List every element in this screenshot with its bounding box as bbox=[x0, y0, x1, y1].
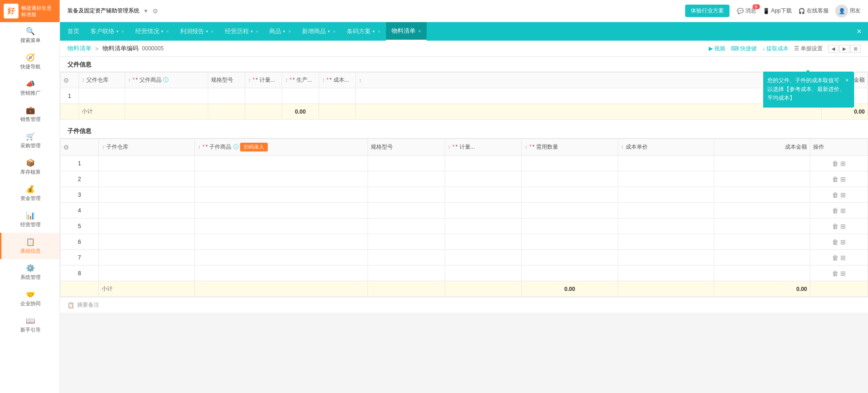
child-unitprice-cell-3[interactable] bbox=[618, 187, 714, 203]
child-product-cell-5[interactable] bbox=[195, 218, 368, 234]
parent-warehouse-cell[interactable] bbox=[79, 88, 125, 104]
child-warehouse-cell-2[interactable] bbox=[99, 171, 195, 187]
sidebar-item-finance[interactable]: 💰 资金管理 bbox=[0, 180, 60, 206]
next-arrow[interactable]: ▶ bbox=[839, 45, 850, 53]
tab-bom[interactable]: 物料清单 × bbox=[386, 22, 427, 41]
child-unitprice-cell-4[interactable] bbox=[618, 203, 714, 218]
message-button[interactable]: 💬 6 消息 bbox=[737, 7, 756, 15]
child-qty-cell-2[interactable] bbox=[522, 171, 618, 187]
child-spec-cell-4[interactable] bbox=[368, 203, 445, 218]
copy-row-icon-1[interactable]: ⊞ bbox=[840, 160, 846, 167]
extract-cost-button[interactable]: ↓ 提取成本 bbox=[762, 45, 789, 53]
child-unit-cell-8[interactable] bbox=[445, 266, 522, 281]
close-tab-bom[interactable]: × bbox=[418, 29, 421, 34]
sidebar-item-marketing[interactable]: 📣 营销推广 bbox=[0, 75, 60, 101]
copy-row-icon-2[interactable]: ⊞ bbox=[840, 175, 846, 183]
child-product-cell-8[interactable] bbox=[195, 266, 368, 281]
copy-row-icon-5[interactable]: ⊞ bbox=[840, 223, 846, 230]
sidebar-item-system[interactable]: ⚙️ 系统管理 bbox=[0, 259, 60, 285]
child-qty-cell-4[interactable] bbox=[522, 203, 618, 218]
delete-row-icon-7[interactable]: 🗑 bbox=[832, 254, 838, 261]
tab-new-goods[interactable]: 新增商品 ▾ × bbox=[296, 22, 341, 41]
child-unit-cell-1[interactable] bbox=[445, 156, 522, 171]
child-warehouse-cell-8[interactable] bbox=[99, 266, 195, 281]
prev-arrow[interactable]: ◀ bbox=[828, 45, 838, 53]
parent-prod-cell[interactable] bbox=[282, 88, 319, 104]
online-service-button[interactable]: 🎧 在线客服 bbox=[798, 7, 829, 15]
tab-home[interactable]: 首页 bbox=[62, 22, 85, 41]
child-product-cell-6[interactable] bbox=[195, 234, 368, 250]
child-spec-cell-8[interactable] bbox=[368, 266, 445, 281]
sidebar-item-purchase[interactable]: 🛒 采购管理 bbox=[0, 127, 60, 154]
child-spec-cell-1[interactable] bbox=[368, 156, 445, 171]
child-spec-cell-7[interactable] bbox=[368, 250, 445, 266]
close-tab-ops-history[interactable]: × bbox=[256, 29, 259, 34]
copy-row-icon-8[interactable]: ⊞ bbox=[840, 270, 846, 277]
child-unitprice-cell-2[interactable] bbox=[618, 171, 714, 187]
child-unit-cell-3[interactable] bbox=[445, 187, 522, 203]
child-unit-cell-7[interactable] bbox=[445, 250, 522, 266]
child-spec-cell-5[interactable] bbox=[368, 218, 445, 234]
sidebar-item-sales[interactable]: 💼 销售管理 bbox=[0, 101, 60, 127]
tab-profit-report[interactable]: 利润报告 ▾ × bbox=[175, 22, 219, 41]
child-unit-cell-2[interactable] bbox=[445, 171, 522, 187]
child-qty-cell-1[interactable] bbox=[522, 156, 618, 171]
app-download-button[interactable]: 📱 App下载 bbox=[763, 7, 792, 15]
child-unit-cell-5[interactable] bbox=[445, 218, 522, 234]
dropdown-arrow-icon[interactable]: ▼ bbox=[143, 8, 149, 14]
tab-operations-status[interactable]: 经营情况 ▾ × bbox=[130, 22, 175, 41]
copy-row-icon-3[interactable]: ⊞ bbox=[840, 191, 846, 199]
tab-goods[interactable]: 商品 ▾ × bbox=[264, 22, 296, 41]
child-unitprice-cell-5[interactable] bbox=[618, 218, 714, 234]
tab-ops-history[interactable]: 经营历程 ▾ × bbox=[219, 22, 264, 41]
tooltip-close-button[interactable]: × bbox=[845, 76, 849, 85]
sidebar-item-inventory[interactable]: 📦 库存核算 bbox=[0, 154, 60, 180]
delete-row-icon-3[interactable]: 🗑 bbox=[832, 191, 838, 199]
close-tab-customer[interactable]: × bbox=[121, 29, 124, 34]
close-tab-ops-status[interactable]: × bbox=[166, 29, 169, 34]
delete-row-icon-2[interactable]: 🗑 bbox=[832, 175, 838, 183]
parent-spec-cell[interactable] bbox=[208, 88, 245, 104]
copy-row-icon-7[interactable]: ⊞ bbox=[840, 254, 846, 261]
child-warehouse-cell-7[interactable] bbox=[99, 250, 195, 266]
child-unitprice-cell-8[interactable] bbox=[618, 266, 714, 281]
close-tab-profit[interactable]: × bbox=[211, 29, 214, 34]
parent-cost-cell[interactable] bbox=[319, 88, 356, 104]
close-tab-goods[interactable]: × bbox=[288, 29, 291, 34]
child-unit-cell-6[interactable] bbox=[445, 234, 522, 250]
delete-row-icon-5[interactable]: 🗑 bbox=[832, 223, 838, 230]
child-product-cell-2[interactable] bbox=[195, 171, 368, 187]
child-warehouse-cell-5[interactable] bbox=[99, 218, 195, 234]
grid-view-icon[interactable]: ⊞ bbox=[850, 45, 861, 53]
copy-row-icon-4[interactable]: ⊞ bbox=[840, 207, 846, 214]
parent-unit-cell[interactable] bbox=[245, 88, 282, 104]
th-child-settings[interactable]: ⚙ bbox=[60, 139, 99, 156]
view-button[interactable]: ▶ 视频 bbox=[709, 45, 725, 53]
child-unitprice-cell-6[interactable] bbox=[618, 234, 714, 250]
close-tab-barcode[interactable]: × bbox=[378, 29, 380, 34]
child-warehouse-cell-6[interactable] bbox=[99, 234, 195, 250]
child-spec-cell-3[interactable] bbox=[368, 187, 445, 203]
child-warehouse-cell-4[interactable] bbox=[99, 203, 195, 218]
parent-product-cell[interactable] bbox=[125, 88, 208, 104]
child-qty-cell-8[interactable] bbox=[522, 266, 618, 281]
th-parent-settings[interactable]: ⚙ bbox=[60, 73, 79, 88]
close-tab-new-goods[interactable]: × bbox=[333, 29, 336, 34]
child-unitprice-cell-7[interactable] bbox=[618, 250, 714, 266]
delete-row-icon-4[interactable]: 🗑 bbox=[832, 207, 838, 214]
tab-customer[interactable]: 客户联络 ▾ × bbox=[85, 22, 130, 41]
settings-icon[interactable]: ⚙ bbox=[152, 7, 158, 15]
child-spec-cell-2[interactable] bbox=[368, 171, 445, 187]
child-warehouse-cell-3[interactable] bbox=[99, 187, 195, 203]
tab-barcode[interactable]: 条码方案 ▾ × bbox=[341, 22, 386, 41]
child-spec-cell-6[interactable] bbox=[368, 234, 445, 250]
close-all-tabs-button[interactable]: × bbox=[854, 27, 864, 36]
child-warehouse-cell-1[interactable] bbox=[99, 156, 195, 171]
sidebar-item-cooperation[interactable]: 🤝 企业协同 bbox=[0, 285, 60, 312]
child-qty-cell-7[interactable] bbox=[522, 250, 618, 266]
delete-row-icon-1[interactable]: 🗑 bbox=[832, 160, 838, 167]
child-product-cell-3[interactable] bbox=[195, 187, 368, 203]
scan-input-button[interactable]: 扫码录入 bbox=[240, 143, 268, 151]
child-product-cell-1[interactable] bbox=[195, 156, 368, 171]
child-qty-cell-3[interactable] bbox=[522, 187, 618, 203]
